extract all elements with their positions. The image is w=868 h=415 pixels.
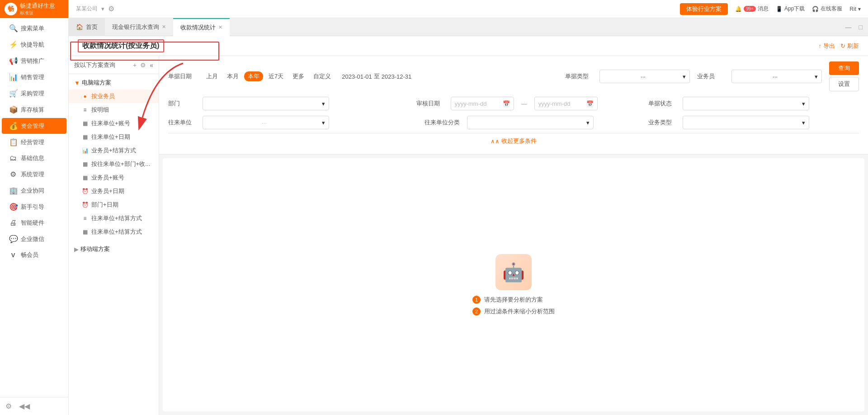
logo-icon: 畅 <box>5 3 17 15</box>
sidebar-item-operations[interactable]: 📋 经营管理 <box>2 134 66 150</box>
unit-date-icon: ▦ <box>81 134 89 140</box>
scheme-item-unit-account[interactable]: ▦ 往来单位+账号 <box>69 117 159 130</box>
salesman-account-icon: ▦ <box>81 174 89 181</box>
sidebar-item-basic[interactable]: 🗂 基础信息 <box>2 151 66 166</box>
doc-status-label: 单据状态 <box>648 99 675 108</box>
filter-row-2: 部门 ▾ 审核日期 yyyy-mm-dd 📅 — yyyy-mm-dd 📅 <box>168 97 859 110</box>
left-panel-actions: + ⚙ « <box>133 61 153 69</box>
scheme-item-unit-settlement1[interactable]: ≡ 往来单位+结算方式 <box>69 212 159 225</box>
audit-date-from[interactable]: yyyy-mm-dd 📅 <box>451 97 514 110</box>
date-tab-this-year[interactable]: 本年 <box>244 71 263 81</box>
tab-receipt[interactable]: 收款情况统计 ✕ <box>173 18 230 36</box>
settings-scheme-btn[interactable]: ⚙ <box>140 61 146 69</box>
date-tab-custom[interactable]: 自定义 <box>310 71 335 81</box>
doc-type-select[interactable]: ··· ▾ <box>599 70 690 83</box>
calendar-icon-from: 📅 <box>503 100 510 107</box>
empty-steps: 1 请先选择要分析的方案 2 用过滤条件来缩小分析范围 <box>472 296 555 316</box>
query-btn[interactable]: 查询 <box>829 61 859 75</box>
scheme-item-unit-settlement2[interactable]: ▦ 往来单位+结算方式 <box>69 225 159 239</box>
collapse-sidebar-icon[interactable]: ◀◀ <box>19 402 30 410</box>
date-tab-7days[interactable]: 近7天 <box>265 71 287 81</box>
collapse-bar[interactable]: ∧∧ 收起更多条件 <box>168 133 859 149</box>
scheme-item-dept-date[interactable]: ⏰ 部门+日期 <box>69 198 159 212</box>
minimize-btn[interactable]: — <box>844 22 854 33</box>
app-bar: 某某公司 ▾ ⚙ 体验行业方案 🔔 99+ 消息 📱 App下载 🎧 在线客服 … <box>69 0 868 18</box>
online-service-item[interactable]: 🎧 在线客服 <box>812 5 842 13</box>
sidebar-item-wechat[interactable]: 💬 企业微信 <box>2 231 66 247</box>
sidebar-item-system[interactable]: ⚙ 系统管理 <box>2 166 66 182</box>
tab-bank-close[interactable]: ✕ <box>162 24 166 30</box>
left-panel: 按以下方案查询 + ⚙ « ▼ 电脑端方案 ● 按业务员 ≡ <box>69 56 159 415</box>
user-name-item[interactable]: Rit ▾ <box>849 6 861 12</box>
demo-btn[interactable]: 体验行业方案 <box>680 3 728 15</box>
settings-btn[interactable]: 设置 <box>829 77 859 91</box>
scheme-item-salesman-settlement[interactable]: 📊 业务员+结算方式 <box>69 144 159 157</box>
sidebar-item-quick-nav[interactable]: ⚡ 快捷导航 <box>2 37 66 52</box>
salesman-select[interactable]: ··· ▾ <box>731 70 822 83</box>
settings-icon[interactable]: ⚙ <box>108 5 114 13</box>
scheme-item-salesman-account[interactable]: ▦ 业务员+账号 <box>69 171 159 184</box>
partner-category-label: 往来单位分类 <box>425 118 460 127</box>
collapse-panel-btn[interactable]: « <box>150 61 153 69</box>
scheme-item-by-salesman[interactable]: ● 按业务员 <box>69 90 159 103</box>
tab-receipt-close[interactable]: ✕ <box>218 24 222 30</box>
scheme-item-unit-account-label: 往来单位+账号 <box>91 119 130 127</box>
dropdown-arrow-icon[interactable]: ▾ <box>101 5 104 12</box>
gear-icon[interactable]: ⚙ <box>5 402 12 410</box>
inventory-icon: 📦 <box>9 105 17 114</box>
scheme-item-unit-dept[interactable]: ▦ 按往来单位+部门+收... <box>69 157 159 171</box>
date-group: 上月 本月 本年 近7天 更多 自定义 <box>203 71 335 81</box>
sidebar-item-guide[interactable]: 🎯 新手引导 <box>2 199 66 215</box>
scheme-group-mobile-header[interactable]: ▶ 移动端方案 <box>69 242 159 256</box>
unit-account-icon: ▦ <box>81 120 89 127</box>
sales-icon: 📊 <box>9 73 17 81</box>
sidebar-item-inventory[interactable]: 📦 库存核算 <box>2 102 66 118</box>
expand-mobile-icon: ▶ <box>74 246 79 253</box>
sidebar-item-finance-label: 资金管理 <box>21 122 44 130</box>
date-tab-this-month[interactable]: 本月 <box>223 71 242 81</box>
sidebar-item-quick-nav-label: 快捷导航 <box>21 41 44 49</box>
date-tab-last-month[interactable]: 上月 <box>203 71 222 81</box>
notification-item[interactable]: 🔔 99+ 消息 <box>735 5 769 13</box>
dept-select[interactable]: ▾ <box>203 97 329 110</box>
sidebar-item-marketing[interactable]: 📢 营销推广 <box>2 53 66 69</box>
sidebar-item-purchase-label: 采购管理 <box>21 90 44 98</box>
add-scheme-btn[interactable]: + <box>133 61 137 69</box>
sidebar-item-purchase[interactable]: 🛒 采购管理 <box>2 85 66 101</box>
app-download-item[interactable]: 📱 App下载 <box>776 5 805 13</box>
scheme-group-desktop-header[interactable]: ▼ 电脑端方案 <box>69 76 159 90</box>
purchase-icon: 🛒 <box>9 89 17 98</box>
export-icon: ↑ <box>819 42 822 49</box>
sidebar-item-sales[interactable]: 📊 销售管理 <box>2 69 66 85</box>
refresh-btn[interactable]: ↻ 刷新 <box>840 42 859 50</box>
partner-category-select[interactable]: ▾ <box>467 116 594 129</box>
partner-select[interactable]: ··· ▾ <box>203 116 329 129</box>
maximize-btn[interactable]: □ <box>857 22 864 33</box>
tab-home[interactable]: 🏠 首页 <box>69 18 105 36</box>
scheme-item-dept-date-label: 部门+日期 <box>91 201 118 209</box>
scheme-item-by-detail[interactable]: ≡ 按明细 <box>69 103 159 117</box>
sidebar-item-member[interactable]: V 畅会员 <box>2 247 66 263</box>
sidebar-item-search[interactable]: 🔍 搜索菜单 <box>2 20 66 36</box>
export-btn[interactable]: ↑ 导出 <box>819 42 835 50</box>
doc-status-select[interactable]: ▾ <box>683 97 809 110</box>
sidebar-item-finance[interactable]: 💰 资金管理 <box>2 118 66 134</box>
tab-bank[interactable]: 现金银行流水查询 ✕ <box>105 18 173 36</box>
date-tab-more[interactable]: 更多 <box>289 71 308 81</box>
content-wrapper: 按以下方案查询 + ⚙ « ▼ 电脑端方案 ● 按业务员 ≡ <box>69 56 868 415</box>
business-type-select[interactable]: ▾ <box>683 116 809 129</box>
marketing-icon: 📢 <box>9 57 17 65</box>
audit-date-to[interactable]: yyyy-mm-dd 📅 <box>534 97 598 110</box>
sidebar-item-operations-label: 经营管理 <box>21 138 44 146</box>
quick-nav-icon: ⚡ <box>9 40 17 49</box>
scheme-item-salesman-date[interactable]: ⏰ 业务员+日期 <box>69 184 159 198</box>
scheme-item-salesman-date-label: 业务员+日期 <box>91 187 124 195</box>
page-header: 收款情况统计(按业务员) ↑ 导出 ↻ 刷新 <box>69 36 868 56</box>
sidebar-item-enterprise[interactable]: 🏢 企业协同 <box>2 183 66 198</box>
sidebar-item-hardware[interactable]: 🖨 智能硬件 <box>2 215 66 231</box>
sidebar-item-basic-label: 基础信息 <box>21 154 44 162</box>
collapse-icon: ∧∧ <box>491 138 500 145</box>
home-icon: 🏠 <box>76 24 83 30</box>
unit-settlement1-icon: ≡ <box>81 215 89 222</box>
scheme-item-unit-date[interactable]: ▦ 往来单位+日期 <box>69 130 159 144</box>
